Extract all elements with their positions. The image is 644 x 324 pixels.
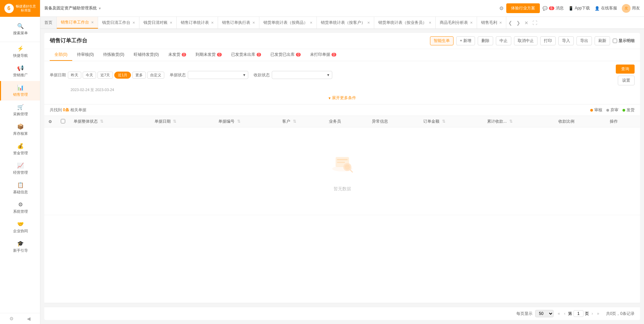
sub-tab-shipped-not-out[interactable]: 已发货未出库 0 [226, 49, 266, 61]
show-detail-checkbox[interactable] [613, 39, 617, 43]
sidebar-item-inventory[interactable]: 📦 库存核算 [0, 120, 40, 139]
sort-number-icon[interactable]: ⇅ [237, 119, 241, 124]
th-action-label: 操作 [610, 119, 618, 124]
industry-button[interactable]: 体验行业方案 [506, 3, 540, 13]
expand-button[interactable]: ▾ 展开更多条件 [329, 95, 356, 101]
tab-maximize-btn[interactable]: ⛶ [530, 20, 539, 26]
page-input[interactable] [573, 310, 584, 317]
tab-order-stats[interactable]: 销售订单统计表 ✕ [177, 17, 218, 29]
tab-sales-by-customer-close[interactable]: ✕ [367, 21, 370, 25]
sub-tab-wangpu[interactable]: 旺铺待发货(0) [129, 49, 164, 61]
tab-margin-analysis[interactable]: 商品毛利分析表 ✕ [436, 17, 477, 29]
refresh-button[interactable]: 刷新 [595, 36, 610, 45]
sidebar-item-quicknav[interactable]: ⚡ 快捷导航 [0, 42, 40, 62]
th-ratio-label: 收款比例 [558, 119, 574, 124]
page-first-btn[interactable]: « [556, 311, 561, 317]
horizontal-scrollbar[interactable] [44, 303, 640, 307]
tab-sales-by-customer[interactable]: 销货单统计表（按客户） ✕ [317, 17, 374, 29]
sort-amount-icon[interactable]: ⇅ [442, 119, 445, 124]
print-button[interactable]: 打印 [540, 36, 556, 45]
page-next-btn[interactable]: › [590, 311, 594, 317]
tab-home[interactable]: 首页 [40, 17, 57, 29]
date-btn-yesterday[interactable]: 昨天 [68, 72, 81, 79]
logo-icon: 6 [4, 4, 14, 13]
page-prev-btn[interactable]: ‹ [563, 311, 567, 317]
tab-sales-order[interactable]: 销售订单工作台 ✕ [57, 17, 98, 29]
show-detail-label[interactable]: 显示明细 [613, 38, 635, 44]
sub-tabs: 全部(0) 待审核(0) 待拣验货(0) 旺铺待发货(0) 未发货 0 到期未发… [44, 49, 640, 61]
sidebar-item-operation[interactable]: 📈 经营管理 [0, 159, 40, 178]
tab-next-btn[interactable]: ❯ [514, 20, 522, 26]
sidebar-item-purchase[interactable]: 🛒 采购管理 [0, 100, 40, 120]
tab-cash-daily-close[interactable]: ✕ [132, 21, 135, 25]
tab-close-all-btn[interactable]: ✕ [522, 20, 530, 26]
sort-received-icon[interactable]: ⇅ [509, 119, 513, 124]
tab-order-exec[interactable]: 销售订单执行表 ✕ [218, 17, 259, 29]
status-select[interactable]: ▾ [188, 71, 248, 79]
tab-sales-by-staff-close[interactable]: ✕ [429, 21, 431, 25]
approve-action[interactable]: 审核 [590, 107, 602, 113]
collapse-icon[interactable]: ◀ [27, 316, 31, 321]
stop-button[interactable]: 中止 [496, 36, 511, 45]
tab-sales-by-product-close[interactable]: ✕ [310, 21, 312, 25]
user-item[interactable]: 友 用友 [622, 4, 640, 13]
sidebar-item-guide[interactable]: 🎓 新手引导 [0, 237, 40, 256]
tab-reconcile-close[interactable]: ✕ [170, 21, 172, 25]
tab-order-exec-close[interactable]: ✕ [252, 21, 255, 25]
tab-sales-by-product[interactable]: 销货单统计表（按商品） ✕ [259, 17, 317, 29]
tab-reconcile[interactable]: 钱货日清对账 ✕ [139, 17, 177, 29]
delete-button[interactable]: 删除 [478, 36, 493, 45]
message-item[interactable]: 💬 6 消息 [543, 5, 564, 11]
date-btn-custom[interactable]: 自定义 [147, 72, 164, 79]
sidebar-item-finance[interactable]: 💰 资金管理 [0, 139, 40, 159]
sort-status-icon[interactable]: ⇅ [100, 119, 103, 124]
date-btn-1month[interactable]: 近1月 [114, 72, 131, 79]
payment-select[interactable]: ▾ [272, 71, 332, 79]
sidebar-item-basic[interactable]: 📋 基础信息 [0, 178, 40, 198]
sort-customer-icon[interactable]: ⇅ [293, 119, 296, 124]
sidebar-item-marketing[interactable]: 📢 营销推广 [0, 62, 40, 81]
tab-margin-analysis-close[interactable]: ✕ [470, 21, 473, 25]
sub-tab-pending-review[interactable]: 待审核(0) [72, 49, 99, 61]
smart-generate-button[interactable]: 智能生单 [430, 36, 454, 45]
date-btn-more[interactable]: 更多 [132, 72, 146, 79]
sub-tab-all[interactable]: 全部(0) [50, 49, 72, 61]
dropdown-arrow-icon[interactable]: ▾ [99, 6, 101, 11]
online-service-item[interactable]: 👤 在线客服 [595, 5, 617, 11]
tab-cash-daily[interactable]: 钱货日清工作台 ✕ [98, 17, 139, 29]
sidebar-item-sales[interactable]: 📊 销售管理 [0, 81, 40, 100]
sub-tab-unprinted[interactable]: 未打印单据 0 [305, 49, 341, 61]
sub-tab-unshipped[interactable]: 未发货 0 [164, 49, 191, 61]
date-btn-7days[interactable]: 近7天 [97, 72, 113, 79]
tab-prev-btn[interactable]: ❮ [506, 20, 514, 26]
tab-order-stats-close[interactable]: ✕ [211, 21, 214, 25]
tab-sales-margin-close[interactable]: ✕ [499, 21, 502, 25]
tab-sales-order-close[interactable]: ✕ [91, 21, 94, 24]
export-button[interactable]: 导出 [576, 36, 592, 45]
sidebar-item-system[interactable]: ⚙ 系统管理 [0, 198, 40, 217]
sub-tab-shipped-out[interactable]: 已发货已出库 0 [266, 49, 305, 61]
query-button[interactable]: 查询 [616, 65, 635, 74]
date-btn-today[interactable]: 今天 [83, 72, 96, 79]
per-page-select[interactable]: 50 100 [535, 310, 554, 317]
th-checkbox[interactable] [56, 116, 70, 127]
settings-bottom-icon[interactable]: ⚙ [9, 316, 14, 321]
tab-sales-by-staff[interactable]: 销货单统计表（按业务员） ✕ [374, 17, 436, 29]
cancel-action[interactable]: 弃审 [606, 107, 618, 113]
select-all-checkbox[interactable] [61, 119, 65, 123]
sort-date-icon[interactable]: ⇅ [173, 119, 176, 124]
page-last-btn[interactable]: » [596, 311, 601, 317]
app-download-item[interactable]: 📱 App下载 [568, 5, 590, 11]
filter-setting-button[interactable]: 设置 [618, 76, 635, 85]
ship-action[interactable]: 发货 [622, 107, 635, 113]
gear-icon[interactable]: ⚙ [499, 5, 504, 11]
add-button[interactable]: + 新增 [456, 36, 475, 45]
sub-tab-overdue[interactable]: 到期未发货 0 [191, 49, 226, 61]
cancel-stop-button[interactable]: 取消中止 [514, 36, 538, 45]
sidebar-item-search[interactable]: 🔍 搜索菜单 [2, 19, 38, 39]
sub-tab-pending-check[interactable]: 待拣验货(0) [98, 49, 129, 61]
th-settings[interactable]: ⚙ [44, 116, 56, 127]
sidebar-item-enterprise[interactable]: 🤝 企业协同 [0, 217, 40, 237]
import-button[interactable]: 导入 [558, 36, 574, 45]
tab-sales-margin[interactable]: 销售毛利 ✕ [477, 17, 506, 29]
